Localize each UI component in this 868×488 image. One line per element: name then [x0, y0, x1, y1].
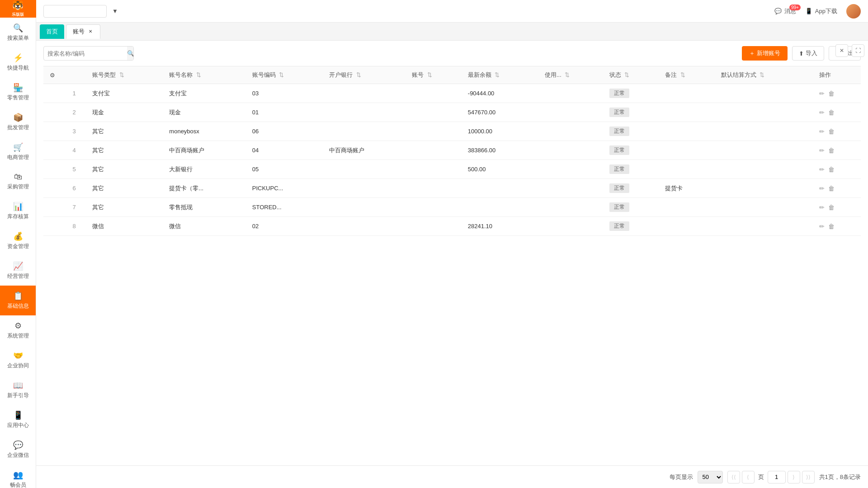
- sidebar-item-operation-mgmt[interactable]: 📈 经营管理: [0, 256, 36, 286]
- page-size-select[interactable]: 50 100 200: [698, 471, 723, 483]
- maximize-window-button[interactable]: ⛶: [852, 44, 864, 57]
- cell-default-settle: [716, 103, 814, 122]
- sidebar-item-enterprise-agreement[interactable]: 🤝 企业协同: [0, 345, 36, 375]
- sidebar-item-members[interactable]: 👥 畅会员: [0, 465, 36, 488]
- sidebar-item-label: 采购管理: [7, 183, 29, 191]
- delete-icon[interactable]: 🗑: [828, 90, 835, 97]
- cell-remark: 提货卡: [660, 179, 715, 198]
- cell-account: [406, 217, 462, 236]
- cell-account: [406, 84, 462, 103]
- tab-close-icon[interactable]: ✕: [87, 28, 94, 35]
- sidebar-item-purchase-mgmt[interactable]: 🛍 采购管理: [0, 167, 36, 196]
- delete-icon[interactable]: 🗑: [828, 109, 835, 116]
- sidebar-item-finance-mgmt[interactable]: 💰 资金管理: [0, 226, 36, 256]
- sidebar-item-ecommerce-mgmt[interactable]: 🛒 电商管理: [0, 137, 36, 167]
- sidebar-item-label: 经营管理: [7, 272, 29, 280]
- edit-icon[interactable]: ✏: [819, 166, 825, 173]
- cell-balance: 500.00: [462, 160, 539, 179]
- th-balance[interactable]: 最新余额 ⇅: [462, 66, 539, 84]
- message-button[interactable]: 💬 消息 99+: [774, 7, 796, 15]
- tab-account[interactable]: 账号 ✕: [66, 24, 100, 39]
- th-status[interactable]: 状态 ⇅: [604, 66, 660, 84]
- cell-balance: 10000.00: [462, 122, 539, 141]
- edit-icon[interactable]: ✏: [819, 147, 825, 154]
- edit-icon[interactable]: ✏: [819, 185, 825, 192]
- delete-icon[interactable]: 🗑: [828, 223, 835, 230]
- cell-code: PICKUPC...: [247, 179, 324, 198]
- last-page-button[interactable]: ⟩⟩: [802, 471, 815, 483]
- dropdown-button[interactable]: ▼: [112, 8, 118, 14]
- tab-home[interactable]: 首页: [40, 24, 64, 39]
- edit-icon[interactable]: ✏: [819, 109, 825, 116]
- edit-icon[interactable]: ✏: [819, 204, 825, 211]
- sidebar-item-inventory[interactable]: 📊 库存核算: [0, 196, 36, 226]
- cell-default-settle: [716, 84, 814, 103]
- page-size-label: 每页显示: [670, 473, 693, 481]
- user-avatar[interactable]: [846, 4, 861, 19]
- th-type[interactable]: 账号类型 ⇅: [87, 66, 164, 84]
- prev-page-button[interactable]: ⟨: [742, 471, 755, 483]
- import-button[interactable]: ⬆ 导入: [792, 46, 824, 61]
- sidebar-item-label: 企业协同: [7, 362, 29, 370]
- sidebar-item-new-guide[interactable]: 📖 新手引导: [0, 375, 36, 405]
- th-account[interactable]: 账号 ⇅: [406, 66, 462, 84]
- edit-icon[interactable]: ✏: [819, 223, 825, 230]
- th-usage[interactable]: 使用... ⇅: [539, 66, 604, 84]
- add-account-button[interactable]: ＋ 新增账号: [742, 46, 788, 61]
- edit-icon[interactable]: ✏: [819, 90, 825, 97]
- cell-settings: [43, 198, 61, 217]
- cell-default-settle: [716, 122, 814, 141]
- th-default-settle[interactable]: 默认结算方式 ⇅: [716, 66, 814, 84]
- sidebar-item-search-menu[interactable]: 🔍 搜索菜单: [0, 18, 36, 47]
- inventory-icon: 📊: [13, 202, 23, 211]
- cell-settings: [43, 141, 61, 160]
- cell-account: [406, 160, 462, 179]
- sidebar-item-enterprise-wechat[interactable]: 💬 企业微信: [0, 435, 36, 465]
- cell-num: 7: [61, 198, 87, 217]
- search-menu-icon: 🔍: [13, 23, 23, 33]
- cell-action: ✏ 🗑: [814, 179, 861, 198]
- cell-name: 支付宝: [164, 84, 246, 103]
- sidebar-item-basic-info[interactable]: 📋 基础信息: [0, 286, 36, 315]
- cell-account: [406, 198, 462, 217]
- cell-settings: [43, 217, 61, 236]
- delete-icon[interactable]: 🗑: [828, 128, 835, 135]
- status-badge: 正常: [609, 145, 629, 155]
- first-page-button[interactable]: ⟨⟨: [727, 471, 740, 483]
- sidebar-item-label: 新手引导: [7, 392, 29, 399]
- account-search-input[interactable]: [44, 50, 127, 57]
- cell-action: ✏ 🗑: [814, 141, 861, 160]
- delete-icon[interactable]: 🗑: [828, 147, 835, 154]
- page-input[interactable]: [768, 471, 786, 483]
- table-header-row: ⚙ 账号类型 ⇅ 账号名称 ⇅ 账号编码 ⇅ 开户银行 ⇅ 账号 ⇅ 最新余额 …: [43, 66, 861, 84]
- dropdown-arrow-icon: ▼: [112, 8, 118, 14]
- cell-remark: [660, 84, 715, 103]
- cell-account: [406, 122, 462, 141]
- th-remark[interactable]: 备注 ⇅: [660, 66, 715, 84]
- cell-bank: [324, 122, 406, 141]
- sidebar-item-retail-mgmt[interactable]: 🏪 零售管理: [0, 77, 36, 107]
- edit-icon[interactable]: ✏: [819, 128, 825, 135]
- close-window-button[interactable]: ✕: [835, 44, 848, 57]
- th-bank[interactable]: 开户银行 ⇅: [324, 66, 406, 84]
- search-button[interactable]: 🔍: [127, 46, 134, 61]
- sidebar-item-wholesale-mgmt[interactable]: 📦 批发管理: [0, 107, 36, 137]
- table-row: 1 支付宝 支付宝 03 -90444.00 正常 ✏ 🗑: [43, 84, 861, 103]
- delete-icon[interactable]: 🗑: [828, 185, 835, 192]
- sidebar-item-quick-nav[interactable]: ⚡ 快捷导航: [0, 47, 36, 77]
- cell-usage: [539, 198, 604, 217]
- tab-home-label: 首页: [46, 28, 58, 36]
- app-logo: 🐯 乐版版: [0, 0, 36, 18]
- delete-icon[interactable]: 🗑: [828, 166, 835, 173]
- sidebar-item-system-mgmt[interactable]: ⚙ 系统管理: [0, 315, 36, 345]
- table-row: 7 其它 零售抵现 STORED... 正常 ✏ 🗑: [43, 198, 861, 217]
- top-search-input[interactable]: [43, 5, 107, 18]
- th-settings[interactable]: ⚙: [43, 66, 61, 84]
- th-code[interactable]: 账号编码 ⇅: [247, 66, 324, 84]
- sidebar-item-app-center[interactable]: 📱 应用中心: [0, 405, 36, 435]
- status-badge: 正常: [609, 89, 629, 98]
- app-download-button[interactable]: 📱 App下载: [805, 7, 837, 15]
- next-page-button[interactable]: ⟩: [788, 471, 800, 483]
- th-name[interactable]: 账号名称 ⇅: [164, 66, 246, 84]
- delete-icon[interactable]: 🗑: [828, 204, 835, 211]
